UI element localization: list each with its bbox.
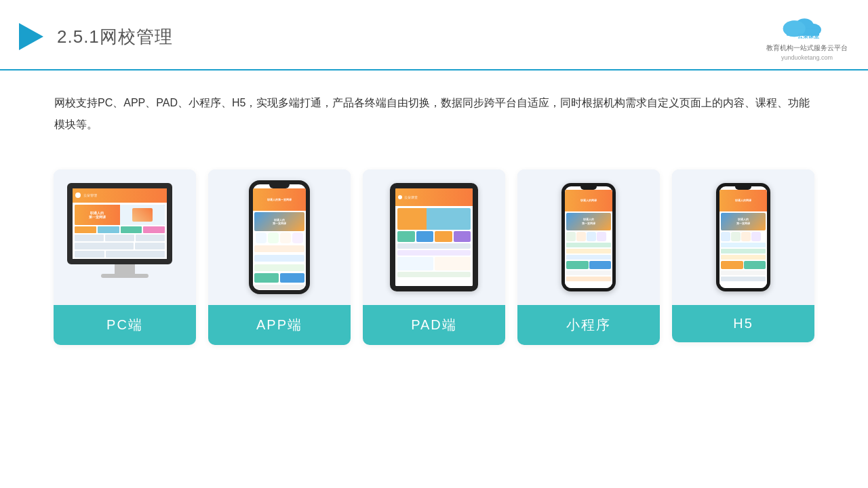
card-miniprogram-label: 小程序 (517, 305, 660, 345)
title-prefix: 2.5.1 (57, 26, 100, 47)
card-pc: 云朵管理 职通人的第一堂网课 (54, 169, 196, 345)
app-phone-mockup: 职通人的第一堂网课 职通人的第一堂网课 (249, 180, 310, 294)
card-h5-label: H5 (672, 305, 814, 342)
title-main: 网校管理 (100, 26, 173, 47)
pad-tablet-mockup: 云朵课堂 (390, 183, 478, 291)
logo-tagline: 教育机构一站式服务云平台 (766, 43, 848, 53)
page-title: 2.5.1网校管理 (57, 25, 173, 49)
logo-area: 云朵课堂 教育机构一站式服务云平台 yunduoketang.com (766, 12, 848, 61)
card-pc-label: PC端 (54, 305, 196, 345)
card-h5-image: 职通人的网课 职通人的第一堂网课 (672, 169, 814, 305)
page-description: 网校支持PC、APP、PAD、小程序、H5，实现多端打通，产品各终端自由切换，数… (0, 70, 868, 149)
card-h5: 职通人的网课 职通人的第一堂网课 (672, 169, 814, 342)
yunduoketang-logo: 云朵课堂 (776, 12, 837, 42)
card-pc-image: 云朵管理 职通人的第一堂网课 (54, 169, 196, 305)
card-app-image: 职通人的第一堂网课 职通人的第一堂网课 (208, 169, 351, 305)
h5-phone-mockup: 职通人的网课 职通人的第一堂网课 (716, 183, 770, 291)
description-text: 网校支持PC、APP、PAD、小程序、H5，实现多端打通，产品各终端自由切换，数… (54, 92, 814, 136)
card-miniprogram: 职通人的网课 职通人的第一堂网课 (517, 169, 660, 345)
card-pad-image: 云朵课堂 (363, 169, 505, 305)
svg-text:云朵课堂: 云朵课堂 (797, 33, 820, 39)
card-app-label: APP端 (208, 305, 351, 345)
header: 2.5.1网校管理 云朵课堂 教育机构一站式服务云平台 yunduoketang… (0, 0, 868, 70)
cards-container: 云朵管理 职通人的第一堂网课 (0, 156, 868, 359)
card-miniprogram-image: 职通人的网课 职通人的第一堂网课 (517, 169, 660, 305)
header-left: 2.5.1网校管理 (14, 20, 173, 53)
card-app: 职通人的第一堂网课 职通人的第一堂网课 (208, 169, 351, 345)
logo-url: yunduoketang.com (781, 54, 833, 61)
svg-marker-0 (19, 23, 43, 50)
pc-monitor-mockup: 云朵管理 职通人的第一堂网课 (67, 183, 182, 291)
miniprogram-phone-mockup: 职通人的网课 职通人的第一堂网课 (561, 183, 616, 291)
card-pad: 云朵课堂 (363, 169, 505, 345)
card-pad-label: PAD端 (363, 305, 505, 345)
play-icon (14, 20, 46, 53)
